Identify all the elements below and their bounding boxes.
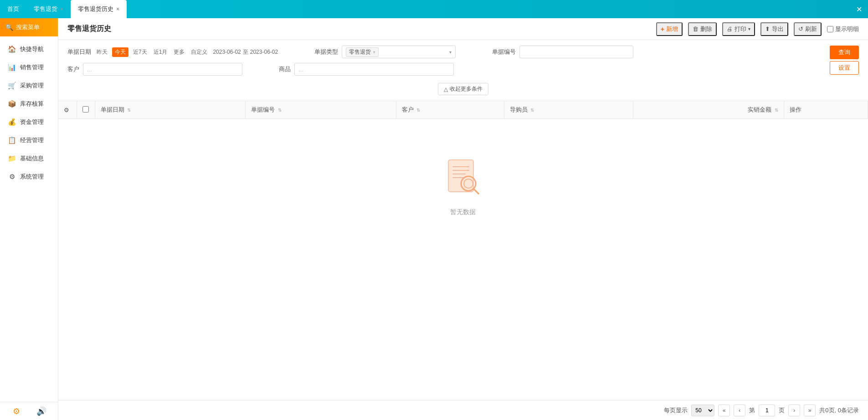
window-close-button[interactable]: ✕ (850, 0, 868, 18)
date-opt-1month[interactable]: 近1月 (152, 47, 169, 57)
sidebar-item-operations[interactable]: 📋 经营管理 (0, 131, 58, 149)
filter-area: 单据日期 昨天 今天 近7天 近1月 更多 自定义 2023-06-02 至 2… (58, 40, 868, 101)
tab-home[interactable]: 首页 (0, 0, 26, 18)
tab-home-label: 首页 (7, 5, 19, 13)
th-guide-label: 导购员 (510, 106, 528, 113)
new-label: 新增 (666, 25, 678, 33)
sidebar-item-inventory-label: 库存核算 (20, 100, 44, 108)
filter-date-item: 单据日期 昨天 今天 近7天 近1月 更多 自定义 2023-06-02 至 2… (67, 47, 278, 57)
sidebar-item-sales-mgmt-label: 销售管理 (20, 63, 44, 72)
total-records-label: 共0页, 0条记录 (819, 406, 859, 415)
filter-type-item: 单据类型 零售退货 × ▾ (314, 46, 456, 58)
th-amount[interactable]: 实销金额 ⇅ (633, 101, 784, 119)
th-action-label: 操作 (790, 106, 801, 113)
tab-retail-return-close[interactable]: × (60, 6, 63, 12)
new-button[interactable]: + 新增 (656, 22, 683, 36)
home-icon: 🏠 (7, 45, 16, 54)
export-button[interactable]: ⬆ 导出 (760, 22, 788, 36)
sidebar-item-purchase-mgmt-label: 采购管理 (20, 82, 44, 90)
settings-button[interactable]: 设置 (830, 61, 859, 75)
date-opt-today[interactable]: 今天 (112, 47, 128, 57)
th-checkbox[interactable] (77, 101, 95, 119)
first-page-button[interactable]: « (718, 405, 730, 416)
sidebar-nav: 🏠 快捷导航 📊 销售管理 🛒 采购管理 📦 库存核算 💰 资金管理 📋 (0, 36, 58, 402)
tab-retail-return-label: 零售退货 (34, 5, 57, 13)
refresh-button[interactable]: ↺ 刷新 (794, 22, 822, 36)
close-icon: ✕ (856, 5, 862, 14)
display-detail-checkbox[interactable] (827, 26, 833, 32)
last-page-button[interactable]: » (804, 405, 816, 416)
th-customer[interactable]: 客户 ⇅ (396, 101, 504, 119)
next-page-icon: › (793, 407, 795, 414)
sidebar-item-basic-info-label: 基础信息 (20, 154, 44, 163)
sidebar-item-finance[interactable]: 💰 资金管理 (0, 113, 58, 131)
date-range-start: 2023-06-02 (213, 49, 241, 55)
sidebar-item-purchase-mgmt[interactable]: 🛒 采购管理 (0, 77, 58, 95)
filter-number-item: 单据编号 (492, 46, 633, 58)
table-header-row: ⚙ 单据日期 ⇅ 单据编号 ⇅ (58, 101, 868, 119)
tab-retail-return[interactable]: 零售退货 × (26, 0, 71, 18)
sidebar-item-sales-mgmt[interactable]: 📊 销售管理 (0, 58, 58, 77)
filter-customer-label: 客户 (67, 65, 79, 73)
display-detail-checkbox-label[interactable]: 显示明细 (827, 25, 859, 33)
filter-goods-input[interactable]: ... (294, 63, 454, 76)
collapse-button[interactable]: △ 收起更多条件 (438, 83, 488, 95)
filter-type-select[interactable]: 零售退货 × ▾ (342, 46, 456, 58)
page-number-input[interactable] (759, 405, 775, 416)
date-opt-more[interactable]: 更多 (172, 47, 186, 57)
select-all-checkbox[interactable] (82, 106, 89, 113)
sidebar-item-basic-info[interactable]: 📁 基础信息 (0, 149, 58, 168)
sidebar-bottom: ⚙ 🔊 (0, 402, 58, 420)
settings-gear-icon[interactable]: ⚙ (10, 405, 23, 418)
sales-icon: 📊 (7, 63, 16, 72)
sidebar-item-system[interactable]: ⚙ 系统管理 (0, 168, 58, 186)
tab-retail-return-history[interactable]: 零售退货历史 × (71, 0, 127, 18)
operations-icon: 📋 (7, 136, 16, 145)
th-settings[interactable]: ⚙ (58, 101, 77, 119)
sidebar-item-quick-nav[interactable]: 🏠 快捷导航 (0, 40, 58, 58)
speaker-icon[interactable]: 🔊 (35, 405, 48, 418)
print-dropdown-icon: ▾ (748, 26, 750, 31)
date-opt-yesterday[interactable]: 昨天 (95, 47, 109, 57)
filter-number-label: 单据编号 (492, 48, 516, 56)
last-page-icon: » (808, 407, 812, 414)
filter-date-range: 2023-06-02 至 2023-06-02 (213, 48, 278, 56)
sidebar-search-button[interactable]: 🔍 搜索菜单 (0, 18, 58, 36)
th-amount-sort-icon: ⇅ (775, 108, 778, 113)
th-number-label: 单据编号 (251, 106, 275, 113)
filter-customer-input[interactable]: ... (83, 63, 242, 76)
page-size-select[interactable]: 20 50 100 (691, 405, 714, 416)
page-word: 第 (749, 406, 755, 415)
filter-date-label: 单据日期 (67, 48, 91, 56)
date-opt-7days[interactable]: 近7天 (131, 47, 149, 57)
table-settings-icon[interactable]: ⚙ (64, 107, 69, 113)
query-button[interactable]: 查询 (830, 46, 859, 59)
filter-row-1: 单据日期 昨天 今天 近7天 近1月 更多 自定义 2023-06-02 至 2… (67, 46, 859, 58)
filter-type-tag: 零售退货 × (346, 47, 379, 57)
tab-retail-return-history-close[interactable]: × (116, 6, 119, 12)
th-amount-label: 实销金额 (748, 106, 771, 113)
th-date[interactable]: 单据日期 ⇅ (95, 101, 246, 119)
content-area: 零售退货历史 + 新增 🗑 删除 🖨 打印 ▾ ⬆ 导出 ↺ (58, 18, 868, 420)
print-button[interactable]: 🖨 打印 ▾ (722, 22, 755, 36)
th-number-sort-icon: ⇅ (278, 108, 282, 113)
th-guide[interactable]: 导购员 ⇅ (504, 101, 633, 119)
search-icon: 🔍 (5, 24, 13, 31)
date-opt-custom[interactable]: 自定义 (189, 47, 209, 57)
system-icon: ⚙ (7, 172, 16, 181)
prev-page-button[interactable]: ‹ (734, 405, 745, 416)
collapse-label: 收起更多条件 (450, 85, 483, 93)
filter-type-tag-remove[interactable]: × (373, 50, 375, 55)
next-page-button[interactable]: › (788, 405, 800, 416)
data-table: ⚙ 单据日期 ⇅ 单据编号 ⇅ (58, 101, 868, 253)
svg-line-7 (473, 189, 478, 194)
filter-number-input[interactable] (519, 46, 633, 58)
th-customer-sort-icon: ⇅ (416, 108, 420, 113)
goods-ellipsis: ... (298, 66, 303, 73)
sidebar-item-inventory[interactable]: 📦 库存核算 (0, 95, 58, 113)
th-action: 操作 (784, 101, 868, 119)
th-number[interactable]: 单据编号 ⇅ (246, 101, 396, 119)
sidebar: 🔍 搜索菜单 🏠 快捷导航 📊 销售管理 🛒 采购管理 📦 库存核算 💰 (0, 18, 58, 420)
delete-button[interactable]: 🗑 删除 (688, 22, 717, 36)
top-bar: 首页 零售退货 × 零售退货历史 × ✕ (0, 0, 868, 18)
